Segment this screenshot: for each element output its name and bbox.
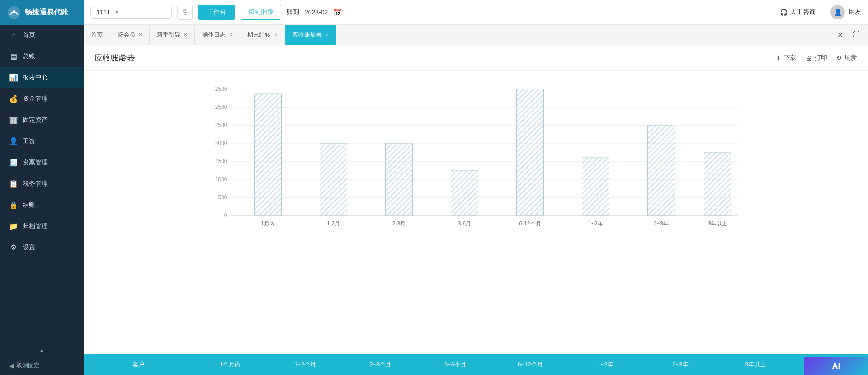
tab-aging-close[interactable]: × — [326, 32, 329, 38]
bar-1 — [255, 94, 282, 216]
support-button[interactable]: 🎧 人工咨询 — [780, 8, 816, 16]
ledger-icon: ▤ — [9, 52, 18, 61]
nav-menu: ⌂ 首页 ▤ 总账 📊 报表中心 💰 资金管理 🏢 固定资产 👤 工资 🧾 发票… — [0, 25, 84, 344]
chart-area: 2500 2500 2500 2000 1500 1000 500 0 — [84, 71, 868, 354]
print-button[interactable]: 🖨 打印 — [806, 54, 827, 62]
bar-8 — [704, 152, 731, 216]
print-label: 打印 — [815, 54, 827, 62]
app-logo: 畅捷通易代账 — [0, 0, 84, 25]
nav-label-invoice: 发票管理 — [23, 159, 48, 167]
company-chevron-icon: ▼ — [114, 9, 119, 15]
settings-icon: ⚙ — [9, 243, 18, 252]
cancel-fixed-icon: ◀ — [9, 362, 14, 369]
sidebar: 畅捷通易代账 ⌂ 首页 ▤ 总账 📊 报表中心 💰 资金管理 🏢 固定资产 👤 … — [0, 0, 84, 375]
download-button[interactable]: ⬇ 下载 — [776, 54, 797, 62]
copy-button[interactable]: ⎘ — [177, 5, 193, 20]
svg-text:2500: 2500 — [215, 104, 227, 110]
copy-icon: ⎘ — [183, 8, 187, 16]
svg-text:0: 0 — [224, 212, 227, 219]
archive-icon: 📁 — [9, 222, 18, 230]
period-value: 2023-02 — [305, 9, 328, 16]
bar-6 — [582, 158, 609, 216]
tab-period-end-close[interactable]: × — [274, 32, 278, 38]
th-2-3year: 2~3年 — [643, 361, 718, 369]
nav-label-closing: 结账 — [23, 201, 35, 209]
nav-item-ledger[interactable]: ▤ 总账 — [0, 46, 84, 67]
bar-3 — [386, 143, 413, 216]
svg-text:2~3年: 2~3年 — [654, 220, 668, 227]
th-2-3month: 2~3个月 — [343, 361, 418, 369]
download-label: 下载 — [784, 54, 797, 62]
invoice-icon: 🧾 — [9, 158, 18, 167]
svg-text:3-6月: 3-6月 — [458, 220, 471, 227]
nav-item-invoice[interactable]: 🧾 发票管理 — [0, 152, 84, 173]
user-menu[interactable]: 👤 用友 — [830, 5, 861, 19]
download-icon: ⬇ — [776, 54, 781, 61]
header-divider — [823, 7, 823, 18]
tabs-bar: 首页 畅会员 × 新手引导 × 操作日志 × 期末结转 × 应收账龄表 × ✕ … — [84, 25, 868, 45]
svg-text:2000: 2000 — [215, 140, 227, 146]
tabs-actions: ✕ ⛶ — [828, 25, 868, 45]
tab-period-end[interactable]: 期末结转 × — [240, 25, 285, 45]
ai-badge[interactable]: Ai — [804, 357, 868, 375]
tab-oplog-close[interactable]: × — [229, 32, 232, 38]
ai-label: Ai — [832, 361, 840, 371]
expand-button[interactable]: ⛶ — [850, 28, 863, 41]
aging-chart: 2500 2500 2500 2000 1500 1000 500 0 — [94, 80, 857, 234]
nav-item-tax[interactable]: 📋 税务管理 — [0, 173, 84, 194]
home-icon: ⌂ — [9, 31, 18, 39]
tab-guide[interactable]: 新手引导 × — [150, 25, 195, 45]
refresh-icon: ↻ — [836, 54, 842, 61]
tab-guide-close[interactable]: × — [184, 32, 187, 38]
nav-label-reports: 报表中心 — [23, 74, 48, 82]
support-label: 人工咨询 — [790, 8, 816, 16]
close-all-tabs-button[interactable]: ✕ — [834, 28, 846, 41]
svg-text:500: 500 — [218, 194, 227, 201]
refresh-button[interactable]: ↻ 刷新 — [836, 54, 857, 62]
cancel-fixed-button[interactable]: ◀ 取消固定 — [0, 356, 84, 375]
tab-member-close[interactable]: × — [139, 32, 142, 38]
nav-item-closing[interactable]: 🔒 结账 — [0, 194, 84, 216]
reports-icon: 📊 — [9, 73, 18, 82]
tab-oplog-label: 操作日志 — [202, 31, 226, 39]
nav-item-funds[interactable]: 💰 资金管理 — [0, 88, 84, 109]
nav-item-payroll[interactable]: 👤 工资 — [0, 131, 84, 152]
refresh-label: 刷新 — [844, 54, 857, 62]
th-3-6month: 3~6个月 — [418, 361, 493, 369]
nav-item-settings[interactable]: ⚙ 设置 — [0, 237, 84, 258]
nav-label-ledger: 总账 — [23, 52, 35, 61]
svg-text:2500: 2500 — [215, 122, 227, 128]
svg-text:1000: 1000 — [215, 176, 227, 183]
tab-aging[interactable]: 应收账龄表 × — [285, 25, 336, 45]
cancel-fixed-label: 取消固定 — [16, 361, 40, 370]
nav-item-home[interactable]: ⌂ 首页 — [0, 25, 84, 46]
app-name: 畅捷通易代账 — [25, 8, 68, 17]
tab-member[interactable]: 畅会员 × — [110, 25, 150, 45]
period-label: 账期 — [287, 8, 299, 16]
main-area: 1111 ▼ ⎘ 工作台 切到旧版 账期 2023-02 📅 🎧 人工咨询 👤 … — [84, 0, 868, 375]
tab-home[interactable]: 首页 — [84, 25, 110, 45]
company-selector[interactable]: 1111 ▼ — [90, 6, 172, 19]
workbench-button[interactable]: 工作台 — [198, 5, 235, 20]
scroll-up-button[interactable]: ▲ — [0, 344, 84, 356]
tab-home-label: 首页 — [91, 31, 103, 39]
switch-version-button[interactable]: 切到旧版 — [241, 5, 281, 20]
svg-text:6-12个月: 6-12个月 — [519, 220, 541, 227]
tab-oplog[interactable]: 操作日志 × — [195, 25, 240, 45]
nav-label-payroll: 工资 — [23, 137, 35, 145]
tab-aging-label: 应收账龄表 — [292, 31, 322, 39]
svg-text:1500: 1500 — [215, 158, 227, 164]
assets-icon: 🏢 — [9, 116, 18, 124]
bar-4 — [451, 170, 478, 216]
tab-member-label: 畅会员 — [118, 31, 135, 39]
table-header: 客户 1个月内 1~2个月 2~3个月 3~6个月 6~12个月 1~2年 2~… — [84, 354, 868, 375]
svg-text:3年以上: 3年以上 — [708, 220, 727, 227]
nav-item-reports[interactable]: 📊 报表中心 — [0, 67, 84, 88]
avatar: 👤 — [830, 5, 845, 19]
nav-item-assets[interactable]: 🏢 固定资产 — [0, 109, 84, 131]
th-1month: 1个月内 — [193, 361, 268, 369]
calendar-icon[interactable]: 📅 — [333, 8, 342, 17]
th-1-2year: 1~2年 — [568, 361, 643, 369]
th-6-12month: 6~12个月 — [493, 361, 568, 369]
nav-item-archive[interactable]: 📁 归档管理 — [0, 216, 84, 237]
